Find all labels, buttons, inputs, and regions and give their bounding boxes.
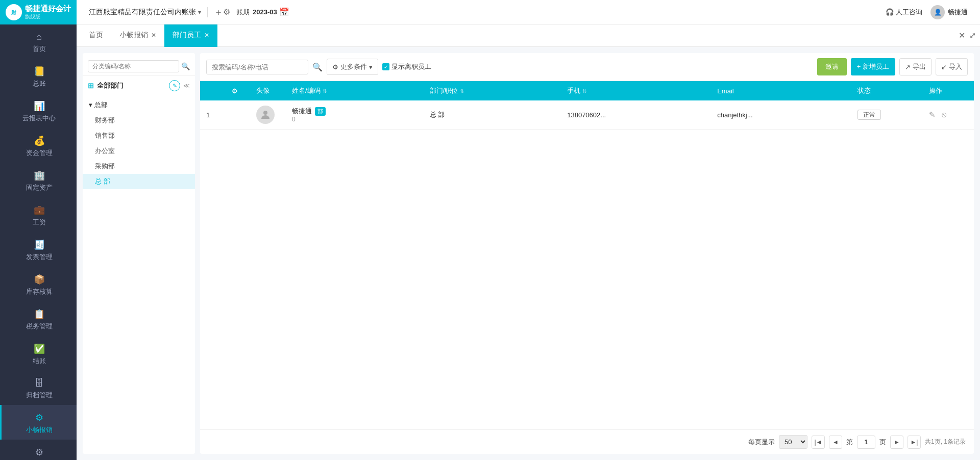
th-phone[interactable]: 手机 ⇅ xyxy=(561,81,711,100)
th-name[interactable]: 姓名/编码 ⇅ xyxy=(286,81,424,100)
more-filters-button[interactable]: ⚙ 更多条件 ▾ xyxy=(327,59,378,75)
th-status: 状态 xyxy=(851,81,923,100)
sidebar-item-funds[interactable]: 💰 资金管理 xyxy=(0,128,77,163)
add-button[interactable]: ＋ xyxy=(214,6,223,18)
dept-search-icon[interactable]: 🔍 xyxy=(181,62,190,70)
show-resigned-area[interactable]: ✓ 显示离职员工 xyxy=(382,62,431,71)
tab-expense[interactable]: 小畅报销 ✕ xyxy=(111,24,164,47)
company-name: 江西服宝精品有限责任公司内账张 xyxy=(89,8,196,17)
import-button[interactable]: ↙ 导入 xyxy=(936,58,968,75)
sidebar-item-label: 资金管理 xyxy=(26,148,53,158)
pagination-footer: 每页显示 50 100 200 |◄ ◄ 第 页 ► ►| 共1页, 1条记录 xyxy=(200,429,974,454)
sidebar-item-assets[interactable]: 🏢 固定资产 xyxy=(0,163,77,197)
import-label: 导入 xyxy=(949,62,962,71)
add-employee-button[interactable]: + 新增员工 xyxy=(851,58,895,75)
sidebar-item-ledger[interactable]: 📒 总账 xyxy=(0,59,77,93)
sort-phone-icon: ⇅ xyxy=(582,88,586,94)
sidebar-item-close[interactable]: ✅ 结账 xyxy=(0,336,77,371)
expand-tab-button[interactable]: ⤢ xyxy=(969,31,976,40)
cell-name: 畅捷通 部 0 xyxy=(286,100,424,130)
sidebar-item-settings[interactable]: ⚙ 基础设置 xyxy=(0,440,77,460)
sidebar-item-label: 云报表中心 xyxy=(22,114,56,123)
sidebar-item-label: 发票管理 xyxy=(26,252,53,262)
period-value: 2023-03 xyxy=(253,8,277,16)
settings-button[interactable]: ⚙ xyxy=(223,7,230,17)
tab-home[interactable]: 首页 xyxy=(81,24,111,47)
dept-search-input[interactable] xyxy=(88,60,179,72)
dept-child-xiaoshou[interactable]: 销售部 xyxy=(83,128,195,143)
th-avatar: 头像 xyxy=(250,81,286,100)
service-button[interactable]: 🎧 人工咨询 xyxy=(886,8,922,17)
dept-edit-button[interactable]: ✎ xyxy=(169,80,180,91)
sidebar-item-label: 总账 xyxy=(33,79,46,88)
employee-search-button[interactable]: 🔍 xyxy=(312,62,323,72)
employee-search-input[interactable] xyxy=(206,60,308,74)
show-resigned-checkbox[interactable]: ✓ xyxy=(382,63,389,70)
sidebar-item-tax[interactable]: 📋 税务管理 xyxy=(0,301,77,336)
dept-child-zongbu[interactable]: 总 部 xyxy=(83,174,195,189)
dept-tree-panel: 🔍 ⊞ 全部部门 ✎ ≪ ▾ 总部 财务部 销售部 xyxy=(83,53,195,454)
calendar-icon[interactable]: 📅 xyxy=(279,7,289,17)
next-page-button[interactable]: ► xyxy=(890,436,903,449)
avatar: 👤 xyxy=(930,5,945,19)
dept-grid-icon: ⊞ xyxy=(88,82,94,90)
sidebar-item-label: 固定资产 xyxy=(26,183,53,192)
tab-expense-label: 小畅报销 xyxy=(119,31,148,40)
per-page-label: 每页显示 xyxy=(748,438,775,447)
cell-dept: 总 部 xyxy=(424,100,561,130)
user-name: 畅捷通 xyxy=(948,8,968,17)
app-sub: 旗舰版 xyxy=(25,13,71,20)
dept-child-label: 总 部 xyxy=(95,177,110,185)
employee-name: 畅捷通 xyxy=(292,107,312,116)
dept-child-caigou[interactable]: 采购部 xyxy=(83,159,195,174)
close-tab-button[interactable]: ✕ xyxy=(959,31,965,40)
sidebar-item-inventory[interactable]: 📦 库存核算 xyxy=(0,267,77,301)
prev-page-button[interactable]: ◄ xyxy=(829,436,842,449)
cell-email: chanjethkj... xyxy=(711,100,851,130)
tab-expense-close[interactable]: ✕ xyxy=(151,32,156,39)
dept-child-bangong[interactable]: 办公室 xyxy=(83,143,195,159)
sidebar-item-home[interactable]: ⌂ 首页 xyxy=(0,24,77,59)
invite-button[interactable]: 邀请 xyxy=(817,58,847,75)
cell-phone: 138070602... xyxy=(561,100,711,130)
last-page-button[interactable]: ►| xyxy=(908,436,921,449)
logout-employee-button[interactable]: ⎋ xyxy=(942,110,946,119)
close-accounts-icon: ✅ xyxy=(34,343,45,354)
dept-child-label: 财务部 xyxy=(95,116,115,124)
table-header-row: ⚙ 头像 姓名/编码 ⇅ xyxy=(200,81,974,100)
sidebar-item-label: 工资 xyxy=(33,218,46,227)
sidebar-item-label: 库存核算 xyxy=(26,287,53,296)
sidebar-item-archive[interactable]: 🗄 归档管理 xyxy=(0,371,77,405)
edit-employee-button[interactable]: ✎ xyxy=(929,110,936,119)
archive-icon: 🗄 xyxy=(35,378,44,389)
filter-icon: ⚙ xyxy=(332,63,338,71)
th-dept[interactable]: 部门/职位 ⇅ xyxy=(424,81,561,100)
cell-gear xyxy=(226,100,250,130)
dept-tree-header-label: 全部部门 xyxy=(97,81,124,90)
user-area[interactable]: 👤 畅捷通 xyxy=(930,5,968,19)
export-button[interactable]: ↗ 导出 xyxy=(899,58,932,75)
collapse-button[interactable]: ≪ xyxy=(183,82,190,89)
sidebar-item-label: 小畅报销 xyxy=(26,425,53,435)
dept-parent-item[interactable]: ▾ 总部 xyxy=(83,97,195,113)
per-page-select[interactable]: 50 100 200 xyxy=(779,435,807,449)
page-input[interactable] xyxy=(857,436,875,449)
sidebar-item-reports[interactable]: 📊 云报表中心 xyxy=(0,93,77,128)
tab-dept-close[interactable]: ✕ xyxy=(204,32,209,39)
tab-actions: ✕ ⤢ xyxy=(959,31,976,40)
th-ops: 操作 xyxy=(923,81,974,100)
first-page-button[interactable]: |◄ xyxy=(812,436,825,449)
company-dropdown[interactable]: ▾ xyxy=(198,9,201,16)
logo: 财 畅捷通好会计 旗舰版 xyxy=(0,0,77,24)
period-label: 账期 xyxy=(236,8,250,17)
svg-text:财: 财 xyxy=(11,10,17,15)
sidebar-item-payroll[interactable]: 💼 工资 xyxy=(0,197,77,232)
dept-child-caiwu[interactable]: 财务部 xyxy=(83,113,195,128)
sidebar-item-expense[interactable]: ⚙ 小畅报销 xyxy=(0,405,77,440)
tab-dept[interactable]: 部门员工 ✕ xyxy=(164,24,217,47)
th-gear[interactable]: ⚙ xyxy=(226,81,250,100)
sidebar-item-invoice[interactable]: 🧾 发票管理 xyxy=(0,232,77,267)
th-email: Email xyxy=(711,81,851,100)
sidebar-item-label: 首页 xyxy=(33,44,46,54)
tab-home-label: 首页 xyxy=(89,31,103,40)
